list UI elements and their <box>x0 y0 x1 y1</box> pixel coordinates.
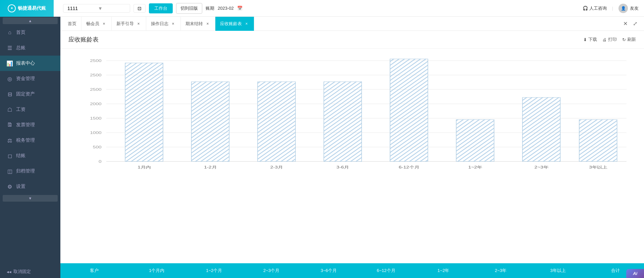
sidebar-item-tax[interactable]: ⚖ 税务管理 <box>0 133 60 148</box>
consult-label: 人工咨询 <box>589 5 607 11</box>
col-2-3month: 2~3个月 <box>243 268 300 274</box>
sidebar-item-assets[interactable]: ⊟ 固定资产 <box>0 86 60 102</box>
company-name: 1111 <box>67 6 95 11</box>
app-name: 畅捷通易代账 <box>18 5 46 11</box>
sidebar: ▲ ⌂ 首页 ☰ 总账 📊 报表中心 ◎ 资金管理 ⊟ 固定资产 ☖ 工资 🖺 … <box>0 17 60 278</box>
col-2-3year: 2~3年 <box>472 268 529 274</box>
app-logo: ✦ 畅捷通易代账 <box>0 0 54 17</box>
tab-oplog-close[interactable]: × <box>170 21 176 26</box>
payroll-icon: ☖ <box>7 107 13 113</box>
tab-yearend[interactable]: 期末结转 × <box>181 17 215 31</box>
bar-2-3月 <box>258 82 296 161</box>
tab-oplog[interactable]: 操作日志 × <box>146 17 181 31</box>
sidebar-label-funds: 资金管理 <box>16 76 35 82</box>
bar-1-2月 <box>192 82 229 161</box>
svg-text:1月内: 1月内 <box>138 165 151 169</box>
print-button[interactable]: 🖨 打印 <box>602 37 617 43</box>
company-selector[interactable]: 1111 ▼ <box>63 4 130 13</box>
tab-guide[interactable]: 新手引导 × <box>112 17 146 31</box>
col-1-2year: 1~2年 <box>415 268 472 274</box>
cancel-pin-button[interactable]: ◂◂ 取消固定 <box>0 265 60 278</box>
sidebar-scroll-up[interactable]: ▲ <box>3 17 58 24</box>
tab-yearend-label: 期末结转 <box>185 21 203 27</box>
col-1-2month: 1~2个月 <box>185 268 243 274</box>
user-menu[interactable]: 👤 友友 <box>619 4 639 13</box>
tab-guide-label: 新手引导 <box>116 21 134 27</box>
page-content: 应收账龄表 ⬇ 下载 🖨 打印 ↻ 刷新 <box>60 31 644 278</box>
sidebar-item-reports[interactable]: 📊 报表中心 <box>0 56 60 71</box>
content-area: 首页 畅会员 × 新手引导 × 操作日志 × 期末结转 × 应收账龄表 × <box>60 17 644 278</box>
close-all-tabs-button[interactable]: ✕ <box>622 19 629 28</box>
assets-icon: ⊟ <box>7 91 13 97</box>
bar-3年以上 <box>579 120 617 161</box>
svg-text:3-6月: 3-6月 <box>336 165 349 169</box>
tab-home[interactable]: 首页 <box>63 17 82 31</box>
svg-text:2~3年: 2~3年 <box>534 165 548 169</box>
sidebar-item-payroll[interactable]: ☖ 工资 <box>0 102 60 117</box>
tab-yearend-close[interactable]: × <box>205 21 210 26</box>
settings-icon: ⚙ <box>7 184 13 190</box>
refresh-icon: ↻ <box>622 37 626 42</box>
sidebar-label-assets: 固定资产 <box>16 91 35 97</box>
reports-icon: 📊 <box>7 60 13 66</box>
chart-wrapper: 2500 2500 2500 2000 1500 1000 500 0 <box>60 49 644 263</box>
sidebar-item-funds[interactable]: ◎ 资金管理 <box>0 71 60 86</box>
sidebar-label-tax: 税务管理 <box>16 137 35 143</box>
sidebar-item-archive[interactable]: ◫ 归档管理 <box>0 163 60 179</box>
sidebar-scroll-down[interactable]: ▼ <box>3 195 58 202</box>
bar-3-6月 <box>324 82 362 161</box>
tab-guide-close[interactable]: × <box>136 21 141 26</box>
pin-icon: ◂◂ <box>7 269 11 274</box>
tab-member-close[interactable]: × <box>101 21 107 26</box>
ai-badge[interactable]: Ai <box>626 269 644 278</box>
svg-text:2500: 2500 <box>90 73 101 77</box>
svg-text:2-3月: 2-3月 <box>270 165 283 169</box>
bar-2-3年 <box>523 97 560 161</box>
ledger-icon: ☰ <box>7 45 13 51</box>
tab-member[interactable]: 畅会员 × <box>82 17 112 31</box>
copy-button[interactable]: ⊡ <box>133 4 146 13</box>
print-icon: 🖨 <box>602 37 607 42</box>
tab-aging-close[interactable]: × <box>244 21 249 26</box>
tax-icon: ⚖ <box>7 137 13 143</box>
svg-text:2500: 2500 <box>90 87 101 91</box>
home-icon: ⌂ <box>7 29 13 36</box>
tabs-actions: ✕ ⤢ <box>622 19 641 28</box>
divider: | <box>612 6 613 11</box>
switch-version-button[interactable]: 切到旧版 <box>176 3 202 14</box>
svg-text:6-12个月: 6-12个月 <box>399 165 419 169</box>
period-value: 2023-02 <box>218 6 234 11</box>
print-label: 打印 <box>608 37 617 43</box>
bar-6-12月 <box>390 59 428 161</box>
svg-text:1000: 1000 <box>90 131 101 135</box>
page-header: 应收账龄表 ⬇ 下载 🖨 打印 ↻ 刷新 <box>60 31 644 49</box>
sidebar-item-invoice[interactable]: 🖺 发票管理 <box>0 117 60 133</box>
tab-aging[interactable]: 应收账龄表 × <box>215 17 254 31</box>
consult-button[interactable]: 🎧 人工咨询 <box>583 5 607 11</box>
sidebar-item-settings[interactable]: ⚙ 设置 <box>0 179 60 194</box>
sidebar-item-checkout[interactable]: ◻ 结账 <box>0 148 60 163</box>
sidebar-label-reports: 报表中心 <box>16 60 35 66</box>
refresh-label: 刷新 <box>627 37 636 43</box>
sidebar-item-ledger[interactable]: ☰ 总账 <box>0 40 60 56</box>
sidebar-label-archive: 归档管理 <box>16 168 35 174</box>
col-3-6month: 3~6个月 <box>300 268 358 274</box>
download-button[interactable]: ⬇ 下载 <box>583 37 597 43</box>
svg-text:1500: 1500 <box>90 116 101 120</box>
col-customer: 客户 <box>60 268 128 274</box>
sidebar-item-home[interactable]: ⌂ 首页 <box>0 25 60 40</box>
dropdown-icon: ▼ <box>98 6 126 11</box>
sidebar-label-ledger: 总账 <box>16 45 25 51</box>
refresh-button[interactable]: ↻ 刷新 <box>622 37 636 43</box>
svg-text:2000: 2000 <box>90 102 101 106</box>
page-title: 应收账龄表 <box>68 36 99 44</box>
aging-chart: 2500 2500 2500 2000 1500 1000 500 0 <box>68 54 636 181</box>
expand-tabs-button[interactable]: ⤢ <box>632 19 639 28</box>
svg-text:500: 500 <box>93 145 102 149</box>
checkout-icon: ◻ <box>7 153 13 159</box>
bar-1-2年 <box>456 120 494 161</box>
workbench-button[interactable]: 工作台 <box>149 3 173 13</box>
period-label: 账期 <box>206 5 214 11</box>
archive-icon: ◫ <box>7 168 13 174</box>
calendar-icon[interactable]: 📅 <box>237 6 243 11</box>
